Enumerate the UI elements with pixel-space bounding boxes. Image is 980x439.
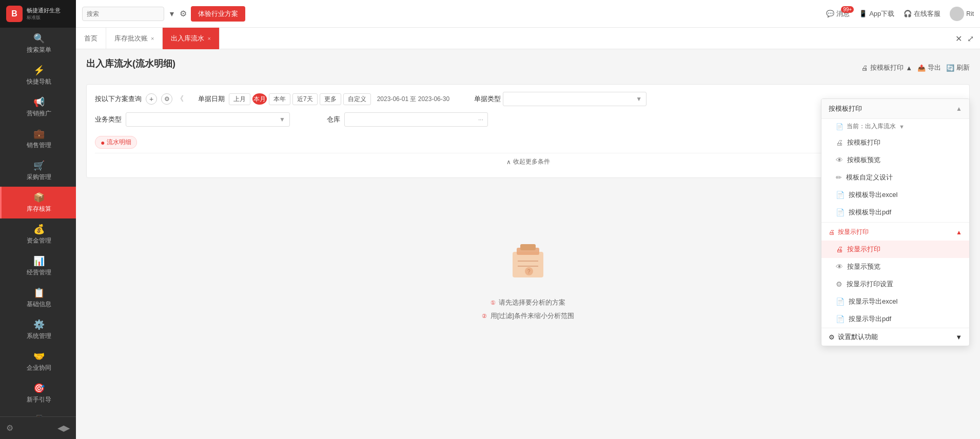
sidebar-item-operations[interactable]: 📊 经营管理: [0, 250, 76, 282]
dp-display-print-settings[interactable]: ⚙ 按显示打印设置: [821, 275, 969, 293]
more-btn[interactable]: 更多: [320, 93, 341, 105]
tab-maximize-btn[interactable]: ⤢: [967, 34, 974, 44]
svg-rect-2: [520, 244, 536, 250]
sidebar: B 畅捷通好生意 标准版 🔍 搜索菜单 ⚡ 快捷导航 📢 营销推广 💼 销售管理…: [0, 0, 76, 439]
sidebar-item-inventory[interactable]: 📦 库存核算: [0, 187, 76, 218]
page-content: 出入库流水(流水明细) 🖨 按模板打印 ▲ 📤 导出 🔄 刷新: [76, 49, 980, 439]
current-year-btn[interactable]: 本年: [269, 93, 290, 105]
sidebar-item-quick-nav[interactable]: ⚡ 快捷导航: [0, 59, 76, 91]
template-custom-icon: ✏: [836, 173, 842, 182]
display-print-icon: 🖨: [836, 245, 843, 253]
sidebar-item-app-center[interactable]: 📱 应用中心: [0, 409, 76, 416]
dp-collapse-arrow[interactable]: ▲: [956, 105, 962, 112]
dp-display-export-pdf[interactable]: 📄 按显示导出pdf: [821, 310, 969, 328]
search-icon: 🔍: [33, 33, 45, 44]
dp-template-preview[interactable]: 👁 按模板预览: [821, 151, 969, 169]
recent7-btn[interactable]: 近7天: [292, 93, 318, 105]
sidebar-item-system[interactable]: ⚙️ 系统管理: [0, 314, 76, 346]
current-month-btn[interactable]: 本月: [252, 93, 267, 105]
dp-display-export-excel[interactable]: 📄 按显示导出excel: [821, 293, 969, 310]
search-input[interactable]: [82, 7, 164, 21]
biz-type-arrow: ▼: [279, 116, 285, 123]
sidebar-item-search[interactable]: 🔍 搜索菜单: [0, 28, 76, 59]
sidebar-settings-icon[interactable]: ⚙: [6, 423, 13, 433]
flow-tag: ● 流水明细: [95, 136, 137, 149]
tab-home[interactable]: 首页: [76, 28, 106, 49]
template-print-icon: 🖨: [836, 138, 843, 147]
dp-template-print[interactable]: 🖨 按模板打印: [821, 134, 969, 151]
online-service-btn[interactable]: 🎧 在线客服: [904, 9, 940, 18]
warehouse-select[interactable]: ···: [344, 112, 488, 127]
topbar-left: ▼ ⚙ 体验行业方案: [82, 6, 245, 22]
filter-collapse-btn[interactable]: 《: [177, 94, 184, 104]
empty-hint-2: ② 用[过滤]条件来缩小分析范围: [482, 311, 574, 321]
dp-footer-arrow: ▼: [955, 333, 962, 341]
print-arrow-up: ▲: [906, 64, 912, 72]
doc-type-arrow: ▼: [636, 95, 642, 103]
sidebar-item-basic-info[interactable]: 📋 基础信息: [0, 282, 76, 314]
search-dropdown-btn[interactable]: ▼: [168, 10, 175, 18]
sidebar-item-sales[interactable]: 💼 销售管理: [0, 123, 76, 155]
warehouse-more-icon: ···: [478, 116, 483, 123]
template-pdf-icon: 📄: [836, 208, 845, 216]
sidebar-item-enterprise[interactable]: 🤝 企业协同: [0, 346, 76, 377]
sidebar-item-guide[interactable]: 🎯 新手引导: [0, 377, 76, 409]
filter-by-label: 按以下方案查询: [95, 94, 142, 104]
tab-close-all-btn[interactable]: ✕: [955, 34, 962, 44]
message-btn[interactable]: 💬 消息 99+: [826, 9, 850, 18]
dp-display-section-header: 🖨 按显示打印 ▲: [821, 224, 969, 241]
user-avatar-area[interactable]: Rit: [950, 7, 974, 21]
empty-illustration: ?: [502, 236, 554, 288]
dp-template-export-pdf[interactable]: 📄 按模板导出pdf: [821, 204, 969, 221]
close-inout-flow-tab[interactable]: ×: [207, 35, 210, 42]
prev-month-btn[interactable]: 上月: [229, 93, 250, 105]
tab-batch-ledger[interactable]: 库存批次账 ×: [106, 28, 163, 49]
topbar-gear-btn[interactable]: ⚙: [180, 9, 187, 18]
refresh-btn[interactable]: 🔄 刷新: [946, 63, 970, 72]
empty-hint-1: ① 请先选择要分析的方案: [491, 298, 566, 307]
template-preview-icon: 👁: [836, 156, 843, 164]
dp-display-preview[interactable]: 👁 按显示预览: [821, 258, 969, 275]
export-btn[interactable]: 📤 导出: [917, 63, 941, 72]
current-doc-label: 📄 当前：出入库流水 ▼: [821, 119, 969, 134]
warehouse-filter: 仓库 ···: [327, 112, 488, 127]
flow-tag-dot: ●: [101, 138, 105, 147]
avatar: [950, 7, 964, 21]
dp-footer[interactable]: ⚙ 设置默认功能 ▼: [821, 328, 969, 346]
biz-type-select[interactable]: ▼: [126, 112, 290, 127]
custom-btn[interactable]: 自定义: [343, 93, 371, 105]
sidebar-footer: ⚙ ◀▶: [0, 416, 76, 439]
filter-add-btn[interactable]: +: [146, 93, 157, 105]
sidebar-logo: B 畅捷通好生意 标准版: [0, 0, 76, 28]
industry-btn[interactable]: 体验行业方案: [191, 6, 245, 22]
print-icon: 🖨: [861, 64, 868, 72]
app-download-btn[interactable]: 📱 App下载: [859, 9, 894, 18]
app-download-icon: 📱: [859, 10, 867, 17]
page-title: 出入库流水(流水明细): [86, 57, 175, 70]
tab-inout-flow[interactable]: 出入库流水 ×: [163, 28, 219, 49]
current-icon: 📄: [836, 123, 844, 130]
svg-text:?: ?: [527, 269, 531, 274]
dp-template-export-excel[interactable]: 📄 按模板导出excel: [821, 186, 969, 204]
filter-settings-icon-btn[interactable]: ⚙: [161, 93, 172, 105]
inventory-icon: 📦: [33, 192, 45, 203]
hint1-num: ①: [491, 300, 496, 306]
warehouse-label: 仓库: [327, 115, 340, 124]
sidebar-collapse-icon[interactable]: ◀▶: [57, 423, 70, 433]
sidebar-item-finance[interactable]: 💰 资金管理: [0, 218, 76, 250]
dp-template-custom[interactable]: ✏ 模板自定义设计: [821, 169, 969, 186]
dp-display-arrow-up: ▲: [956, 229, 962, 236]
date-field-label: 单据日期: [198, 94, 225, 104]
dp-header: 按模板打印 ▲: [821, 99, 969, 119]
guide-icon: 🎯: [33, 383, 45, 394]
sidebar-item-marketing[interactable]: 📢 营销推广: [0, 91, 76, 123]
chevron-up-icon: ∧: [506, 158, 511, 166]
hint2-num: ②: [482, 313, 487, 319]
doc-type-select[interactable]: ▼: [503, 92, 646, 106]
print-btn[interactable]: 🖨 按模板打印 ▲: [861, 63, 912, 72]
date-range: 2023-06-01 至 2023-06-30: [377, 95, 449, 104]
message-badge: 99+: [841, 6, 854, 13]
sidebar-item-purchase[interactable]: 🛒 采购管理: [0, 155, 76, 187]
close-batch-ledger-tab[interactable]: ×: [151, 35, 154, 42]
dp-display-print[interactable]: 🖨 按显示打印: [821, 241, 969, 258]
